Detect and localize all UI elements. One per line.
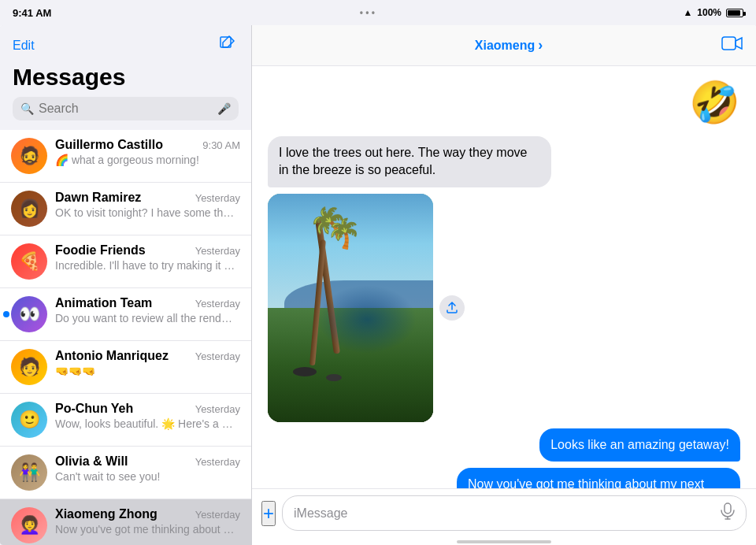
conversation-list: 🧔 Guillermo Castillo 9:30 AM 🌈 what a go… — [0, 130, 251, 545]
status-time: 9:41 AM — [13, 7, 51, 19]
conv-name-pochun: Po-Chun Yeh — [55, 402, 133, 416]
conv-preview-guillermo: 🌈 what a gorgeous morning! — [55, 154, 236, 166]
conv-name-foodie: Foodie Friends — [55, 243, 146, 258]
mic-icon — [721, 502, 735, 520]
conv-time-pochun: Yesterday — [195, 403, 240, 415]
avatar-guillermo: 🧔 — [11, 138, 47, 174]
conversation-item-foodie[interactable]: 🍕 Foodie Friends Yesterday Incredible. I… — [0, 235, 251, 288]
conv-preview-pochun: Wow, looks beautiful. 🌟 Here's a photo o… — [55, 417, 236, 430]
add-attachment-button[interactable]: + — [261, 501, 276, 526]
compose-icon — [218, 35, 235, 52]
conv-content-olivia: Olivia & Will Yesterday Can't wait to se… — [55, 454, 240, 483]
sent-bubble-2: Now you've got me thinking about my next… — [457, 468, 740, 488]
conversation-item-olivia[interactable]: 👫 Olivia & Will Yesterday Can't wait to … — [0, 447, 251, 499]
video-call-button[interactable] — [721, 35, 743, 55]
conversation-item-antonio[interactable]: 🧑 Antonio Manriquez Yesterday 🤜🤜🤜 — [0, 341, 251, 394]
photo-message-container: 🌴 🌴 — [268, 194, 433, 422]
svg-rect-1 — [722, 37, 736, 50]
conv-preview-olivia: Can't wait to see you! — [55, 470, 236, 483]
sidebar-top-bar: Edit — [13, 32, 239, 59]
conv-preview-xiaomeng: Now you've got me thinking about my next… — [55, 523, 236, 536]
avatar-xiaomeng: 👩‍🦱 — [11, 507, 47, 543]
search-bar: 🔍 🎤 — [13, 97, 239, 120]
conv-preview-antonio: 🤜🤜🤜 — [55, 365, 236, 377]
avatar-pochun: 🙂 — [11, 402, 47, 438]
avatar-dawn: 👩 — [11, 191, 47, 227]
home-indicator — [457, 540, 551, 543]
conv-top-row-pochun: Po-Chun Yeh Yesterday — [55, 402, 240, 416]
status-right: ▲ 100% — [683, 7, 743, 18]
conv-name-olivia: Olivia & Will — [55, 454, 128, 469]
contact-name: Xiaomeng — [475, 39, 535, 53]
conv-time-antonio: Yesterday — [195, 350, 240, 362]
palm-scene: 🌴 🌴 — [268, 194, 433, 422]
wifi-icon: ▲ — [683, 7, 692, 18]
conv-content-foodie: Foodie Friends Yesterday Incredible. I'l… — [55, 243, 240, 272]
avatar-animation: 👀 — [11, 296, 47, 332]
conv-preview-foodie: Incredible. I'll have to try making it m… — [55, 259, 236, 272]
search-input[interactable] — [39, 102, 213, 116]
conv-content-animation: Animation Team Yesterday Do you want to … — [55, 296, 240, 324]
avatar-antonio: 🧑 — [11, 349, 47, 385]
photo-message[interactable]: 🌴 🌴 — [268, 194, 433, 422]
edit-button[interactable]: Edit — [13, 35, 35, 56]
conversation-item-guillermo[interactable]: 🧔 Guillermo Castillo 9:30 AM 🌈 what a go… — [0, 130, 251, 183]
search-icon: 🔍 — [20, 102, 34, 115]
emoji-reaction: 🤣 — [689, 79, 740, 127]
share-button[interactable] — [439, 295, 465, 321]
status-bar: 9:41 AM • • • ▲ 100% — [0, 0, 756, 25]
status-dots: • • • — [360, 7, 375, 18]
conv-preview-animation: Do you want to review all the renders to… — [55, 312, 236, 324]
app-container: Edit Messages 🔍 🎤 🧔 — [0, 25, 756, 545]
conv-top-row-antonio: Antonio Manriquez Yesterday — [55, 349, 240, 363]
chat-messages: 🤣 I love the trees out here. The way the… — [252, 66, 756, 488]
conv-name-antonio: Antonio Manriquez — [55, 349, 169, 363]
message-input-wrap[interactable]: iMessage — [282, 495, 747, 531]
microphone-icon[interactable]: 🎤 — [217, 102, 231, 115]
message-input-placeholder: iMessage — [294, 506, 347, 521]
conv-name-dawn: Dawn Ramirez — [55, 191, 141, 205]
conv-time-olivia: Yesterday — [195, 456, 240, 468]
conversation-item-xiaomeng[interactable]: 👩‍🦱 Xiaomeng Zhong Yesterday Now you've … — [0, 499, 251, 545]
conv-top-row-xiaomeng: Xiaomeng Zhong Yesterday — [55, 507, 240, 521]
conv-content-xiaomeng: Xiaomeng Zhong Yesterday Now you've got … — [55, 507, 240, 536]
received-bubble-1: I love the trees out here. The way they … — [268, 136, 551, 187]
conv-content-pochun: Po-Chun Yeh Yesterday Wow, looks beautif… — [55, 402, 240, 430]
input-mic-button[interactable] — [721, 502, 735, 524]
sidebar: Edit Messages 🔍 🎤 🧔 — [0, 25, 252, 545]
avatar-foodie: 🍕 — [11, 243, 47, 280]
conv-time-foodie: Yesterday — [195, 245, 240, 257]
sent-bubble-1: Looks like an amazing getaway! — [539, 428, 740, 462]
video-icon — [721, 35, 743, 51]
battery-text: 100% — [697, 7, 721, 18]
chat-input-bar: + iMessage — [252, 488, 756, 537]
conv-name-xiaomeng: Xiaomeng Zhong — [55, 507, 158, 521]
chat-header-center[interactable]: Xiaomeng › — [475, 37, 543, 54]
conversation-item-pochun[interactable]: 🙂 Po-Chun Yeh Yesterday Wow, looks beaut… — [0, 394, 251, 447]
conv-top-row-dawn: Dawn Ramirez Yesterday — [55, 191, 240, 205]
sidebar-title: Messages — [13, 62, 239, 97]
conv-content-dawn: Dawn Ramirez Yesterday OK to visit tonig… — [55, 191, 240, 219]
sidebar-header: Edit Messages 🔍 🎤 — [0, 25, 251, 130]
share-icon — [446, 302, 458, 314]
chat-header: Xiaomeng › — [252, 25, 756, 66]
compose-button[interactable] — [215, 32, 239, 59]
conv-time-dawn: Yesterday — [195, 192, 240, 204]
conv-preview-dawn: OK to visit tonight? I have some things … — [55, 206, 236, 219]
conv-name-animation: Animation Team — [55, 296, 152, 310]
chat-area: Xiaomeng › 🤣 I love the trees out here. … — [252, 25, 756, 545]
chevron-icon: › — [538, 37, 543, 54]
conv-name-guillermo: Guillermo Castillo — [55, 138, 163, 152]
conv-top-row-foodie: Foodie Friends Yesterday — [55, 243, 240, 258]
conversation-item-animation[interactable]: 👀 Animation Team Yesterday Do you want t… — [0, 288, 251, 341]
conv-top-row-animation: Animation Team Yesterday — [55, 296, 240, 310]
avatar-olivia: 👫 — [11, 454, 47, 491]
conv-time-guillermo: 9:30 AM — [202, 139, 240, 151]
conv-content-antonio: Antonio Manriquez Yesterday 🤜🤜🤜 — [55, 349, 240, 377]
conv-content-guillermo: Guillermo Castillo 9:30 AM 🌈 what a gorg… — [55, 138, 240, 166]
conversation-item-dawn[interactable]: 👩 Dawn Ramirez Yesterday OK to visit ton… — [0, 183, 251, 235]
svg-rect-2 — [724, 503, 731, 513]
conv-top-row-guillermo: Guillermo Castillo 9:30 AM — [55, 138, 240, 152]
conv-top-row-olivia: Olivia & Will Yesterday — [55, 454, 240, 469]
conv-time-xiaomeng: Yesterday — [195, 509, 240, 521]
